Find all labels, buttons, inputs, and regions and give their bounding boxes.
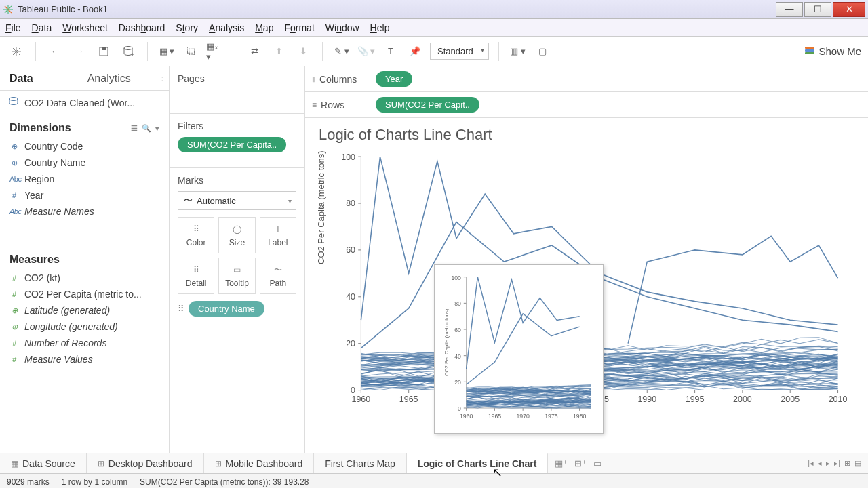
sheet-tab[interactable]: First Charts Map (314, 453, 406, 473)
menu-format[interactable]: Format (284, 22, 314, 33)
tab-grid-icon[interactable]: ⊞ (844, 459, 850, 468)
dimension-field[interactable]: Year (0, 187, 169, 203)
tab-list-icon[interactable]: ▤ (854, 459, 861, 468)
show-me-button[interactable]: Show Me (805, 45, 861, 57)
mark-label[interactable]: TLabel (260, 217, 296, 253)
window-titlebar: Tableau Public - Book1 — ☐ ✕ (0, 0, 868, 19)
svg-text:1990: 1990 (637, 394, 656, 404)
filters-shelf[interactable]: Filters (178, 121, 296, 131)
svg-point-12 (9, 98, 18, 101)
undo-button[interactable]: ← (45, 42, 64, 61)
measure-field[interactable]: Measure Values (0, 351, 169, 367)
svg-text:+: + (131, 52, 134, 58)
sort-desc-button[interactable]: ⬇ (294, 42, 313, 61)
menu-dashboard[interactable]: Dashboard (119, 22, 165, 33)
detail-pill[interactable]: Country Name (189, 301, 264, 317)
menu-story[interactable]: Story (176, 22, 198, 33)
tableau-logo-icon[interactable] (7, 42, 26, 61)
menu-map[interactable]: Map (255, 22, 273, 33)
pages-shelf[interactable]: Pages (178, 73, 296, 84)
new-dashboard-icon[interactable]: ⊞⁺ (574, 458, 587, 468)
mark-size[interactable]: ◯Size (218, 217, 255, 253)
redo-button[interactable]: → (70, 42, 89, 61)
measure-field[interactable]: Longitude (generated) (0, 319, 169, 335)
new-datasource-button[interactable]: + (119, 42, 138, 61)
search-icon[interactable]: 🔍 (142, 124, 151, 133)
dimension-field[interactable]: AbcMeasure Names (0, 203, 169, 220)
tab-first-icon[interactable]: |◂ (808, 459, 814, 468)
svg-text:1960: 1960 (460, 413, 473, 420)
menu-help[interactable]: Help (370, 22, 390, 33)
menu-icon[interactable]: ▾ (155, 124, 159, 133)
fit-select[interactable]: Standard (430, 43, 489, 60)
columns-pill[interactable]: Year (376, 71, 412, 87)
swap-button[interactable]: ⇄ (245, 42, 264, 61)
view-area: ⦀Columns Year ≡Rows SUM(CO2 Per Capit.. … (305, 66, 868, 453)
pin-button[interactable]: 📌 (406, 42, 425, 61)
menu-analysis[interactable]: Analysis (209, 22, 244, 33)
datasource-item[interactable]: CO2 Data Cleaned (Wor... (0, 91, 169, 115)
mark-tooltip[interactable]: ▭Tooltip (218, 258, 255, 294)
new-sheet-icon[interactable]: ▦⁺ (555, 458, 568, 468)
tab-last-icon[interactable]: ▸| (834, 459, 840, 468)
duplicate-button[interactable]: ⿻ (182, 42, 201, 61)
svg-text:100: 100 (341, 151, 355, 161)
mark-detail[interactable]: ⠿Detail (178, 258, 214, 294)
svg-text:0: 0 (458, 405, 461, 412)
menu-worksheet[interactable]: Worksheet (62, 22, 108, 33)
sheet-tab[interactable]: ⊞Desktop Dashboard (87, 453, 204, 473)
mark-type-select[interactable]: 〜 Automatic (178, 191, 296, 210)
highlight-button[interactable]: ✎ ▾ (332, 42, 351, 61)
save-button[interactable] (94, 42, 113, 61)
y-axis-label: CO2 Per Capita (metric tons) (316, 150, 326, 264)
mark-color[interactable]: ⠿Color (178, 217, 214, 253)
mark-path[interactable]: 〜Path (260, 258, 296, 294)
svg-text:20: 20 (346, 338, 355, 348)
minimize-button[interactable]: — (776, 2, 803, 17)
close-button[interactable]: ✕ (833, 2, 865, 17)
tab-prev-icon[interactable]: ◂ (818, 459, 822, 468)
sheet-tab[interactable]: Logic of Charts Line Chart (407, 453, 549, 473)
clear-button[interactable]: ▦ₓ ▾ (206, 42, 225, 61)
menu-data[interactable]: Data (32, 22, 52, 33)
tab-next-icon[interactable]: ▸ (826, 459, 830, 468)
menu-file[interactable]: File (5, 22, 21, 33)
rows-label[interactable]: ≡Rows (312, 100, 366, 110)
tab-data[interactable]: Data (0, 67, 78, 90)
tab-menu-icon[interactable]: : (155, 73, 169, 83)
measure-field[interactable]: Latitude (generated) (0, 302, 169, 319)
cards-button[interactable]: ▥ ▾ (509, 42, 528, 61)
labels-button[interactable]: T (381, 42, 400, 61)
maximize-button[interactable]: ☐ (804, 2, 831, 17)
svg-text:1965: 1965 (399, 394, 418, 404)
svg-text:1960: 1960 (351, 394, 370, 404)
sort-asc-button[interactable]: ⬆ (269, 42, 288, 61)
dimension-field[interactable]: Country Code (0, 138, 169, 155)
svg-text:2005: 2005 (781, 394, 800, 404)
dimension-field[interactable]: AbcRegion (0, 171, 169, 187)
filter-pill[interactable]: SUM(CO2 Per Capita.. (178, 137, 286, 152)
sheet-tabs: ▦Data Source⊞Desktop Dashboard⊞Mobile Da… (0, 453, 868, 473)
new-story-icon[interactable]: ▭⁺ (593, 458, 606, 468)
group-button[interactable]: 📎 ▾ (357, 42, 376, 61)
tooltip-preview: 02040608010019601965197019751980CO2 Per … (434, 264, 604, 434)
svg-text:1975: 1975 (545, 413, 557, 420)
sheet-tab[interactable]: ▦Data Source (0, 453, 87, 473)
dimension-field[interactable]: Country Name (0, 155, 169, 171)
menu-window[interactable]: Window (326, 22, 359, 33)
svg-text:80: 80 (454, 300, 461, 307)
new-worksheet-button[interactable]: ▦ ▾ (157, 42, 176, 61)
chart-canvas[interactable]: CO2 Per Capita (metric tons) 02040608010… (319, 149, 854, 420)
tab-analytics[interactable]: Analytics (78, 67, 156, 90)
measure-field[interactable]: CO2 (kt) (0, 270, 169, 286)
dimensions-header: Dimensions ☰🔍▾ (0, 115, 169, 138)
chart-title[interactable]: Logic of Charts Line Chart (319, 126, 854, 144)
measure-field[interactable]: CO2 Per Capita (metric to... (0, 286, 169, 302)
measure-field[interactable]: Number of Records (0, 335, 169, 351)
presentation-button[interactable]: ▢ (533, 42, 552, 61)
view-icon[interactable]: ☰ (131, 124, 138, 133)
columns-label[interactable]: ⦀Columns (312, 74, 366, 85)
svg-text:1970: 1970 (516, 413, 529, 420)
rows-pill[interactable]: SUM(CO2 Per Capit.. (376, 97, 479, 113)
sheet-tab[interactable]: ⊞Mobile Dashboard (204, 453, 315, 473)
